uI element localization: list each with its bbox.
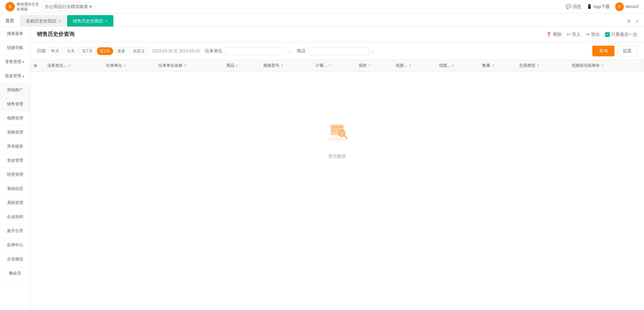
- date-btn-7days[interactable]: 近7天: [79, 47, 96, 55]
- table-header-quantity[interactable]: 数量 ⇅: [479, 60, 516, 71]
- gear-icon: ⚙: [34, 63, 37, 68]
- table-header-biz-date[interactable]: 业务发生... ⇅: [44, 60, 102, 71]
- chevron-up-icon: ▲: [22, 74, 25, 78]
- main-area: 搜索菜单 快捷导航 零售管理 ▼ 批发管理 ▲ 营销推广 销售管理 电商管理 采…: [0, 27, 644, 310]
- product-input[interactable]: [308, 47, 369, 55]
- partner-filter-label: 往来单位: [205, 48, 222, 54]
- sidebar-item-operation-mgmt[interactable]: 经营管理: [0, 168, 30, 182]
- product-dots-button[interactable]: ...: [371, 49, 375, 53]
- date-btn-today[interactable]: 今天: [64, 47, 78, 55]
- tab-close-purchase[interactable]: ×: [58, 19, 61, 23]
- top-bar: 6 畅捷通好生意 标准版 办公用品行业模拟账套 ▾ 💬 消息 📱 App下载 D…: [0, 0, 644, 13]
- tab-close-sales[interactable]: ×: [105, 19, 108, 23]
- top-bar-left: 6 畅捷通好生意 标准版 办公用品行业模拟账套 ▾: [5, 2, 95, 11]
- date-range-display: 2023-02-18 至 2023-03-18: [152, 48, 199, 54]
- sort-icon-quantity: ⇅: [492, 64, 494, 67]
- table-header-discount1[interactable]: 优惠... ⇅: [392, 60, 435, 71]
- sidebar-item-purchase-mgmt[interactable]: 采购管理: [0, 125, 30, 140]
- sort-icon-discount2: ⇅: [452, 64, 454, 67]
- only-last-checkbox[interactable]: ✓: [605, 32, 610, 37]
- sidebar-item-app-center[interactable]: 应用中心: [0, 238, 30, 252]
- svg-rect-2: [332, 126, 342, 128]
- sidebar-item-retail-mgmt[interactable]: 零售管理 ▼: [0, 55, 30, 69]
- date-btn-1month[interactable]: 近1月: [97, 47, 113, 55]
- tab-close-all-button[interactable]: ✕: [626, 17, 632, 25]
- table-header-product[interactable]: 商品 ⇅: [223, 60, 260, 71]
- app-selector[interactable]: 办公用品行业模拟账套 ▾: [42, 2, 95, 11]
- sidebar-item-guide[interactable]: 新手引导: [0, 224, 30, 238]
- sidebar-item-ecommerce[interactable]: 电商管理: [0, 111, 30, 125]
- sidebar-item-wholesale-mgmt[interactable]: 批发管理 ▲: [0, 69, 30, 83]
- sidebar-item-basic-info[interactable]: 基础信息: [0, 182, 30, 196]
- svg-rect-3: [332, 129, 338, 130]
- date-btn-yesterday[interactable]: 昨天: [48, 47, 62, 55]
- chevron-down-icon: ▼: [22, 60, 25, 64]
- page-header: 销售历史价查询 ❓ 帮助 ↩ 导入 ↪ 导出 ✓ 只看最后一次: [30, 27, 644, 42]
- empty-text: 暂元数据: [328, 153, 346, 159]
- tab-purchase-history[interactable]: 采购历史价跟踪 ×: [20, 15, 66, 27]
- setting-button[interactable]: 设置: [617, 46, 637, 56]
- user-menu[interactable]: D demo2: [615, 2, 639, 11]
- tab-home[interactable]: 首页: [0, 15, 19, 27]
- sidebar-item-enterprise-wechat[interactable]: 企业微信: [0, 252, 30, 266]
- sidebar-item-finance-mgmt[interactable]: 资金管理: [0, 154, 30, 168]
- empty-icon: [324, 118, 351, 149]
- sort-icon-partner-code: ⇅: [123, 64, 126, 67]
- logo-area: 6 畅捷通好生意 标准版: [5, 2, 39, 11]
- data-table: ⚙ 业务发生... ⇅ 往来单位 ⇅: [30, 60, 644, 71]
- product-filter-group: 商品 ...: [297, 47, 375, 55]
- tab-maximize-button[interactable]: ⤢: [634, 17, 640, 25]
- help-icon: ❓: [546, 32, 551, 37]
- date-filter-label: 日期: [37, 48, 46, 54]
- date-btn-custom[interactable]: 自定义: [130, 47, 148, 55]
- date-btn-more[interactable]: 更多: [114, 47, 128, 55]
- sidebar-item-membership[interactable]: 畅会员: [0, 266, 30, 280]
- query-button[interactable]: 查询: [592, 46, 614, 56]
- table-header-pretax-price[interactable]: 优惠前无税单价 ⇅: [568, 60, 644, 71]
- empty-state: 暂元数据: [30, 71, 644, 206]
- top-bar-right: 💬 消息 📱 App下载 D demo2: [566, 2, 639, 11]
- help-button[interactable]: ❓ 帮助: [546, 32, 561, 38]
- sort-icon-biz-date: ⇅: [68, 64, 71, 67]
- only-last-checkbox-label[interactable]: ✓ 只看最后一次: [605, 32, 637, 38]
- table-header-unit[interactable]: 计量... ⇅: [312, 60, 355, 71]
- table-area: ⚙ 业务发生... ⇅ 往来单位 ⇅: [30, 60, 644, 310]
- import-button[interactable]: ↩ 导入: [567, 32, 581, 38]
- export-icon: ↪: [586, 32, 590, 37]
- export-button[interactable]: ↪ 导出: [586, 32, 600, 38]
- table-header-quote[interactable]: 报价 ⇅: [355, 60, 392, 71]
- sidebar-item-system-mgmt[interactable]: 系统管理: [0, 196, 30, 210]
- app-download-button[interactable]: 📱 App下载: [587, 4, 610, 10]
- date-buttons: 昨天 今天 近7天 近1月 更多 自定义: [48, 47, 148, 55]
- content-area: 销售历史价查询 ❓ 帮助 ↩ 导入 ↪ 导出 ✓ 只看最后一次: [30, 27, 644, 310]
- sidebar-item-enterprise[interactable]: 企业协同: [0, 210, 30, 224]
- table-header-partner-name[interactable]: 往来单位名称 ⇅: [155, 60, 223, 71]
- sidebar: 搜索菜单 快捷导航 零售管理 ▼ 批发管理 ▲ 营销推广 销售管理 电商管理 采…: [0, 27, 30, 310]
- sidebar-item-sales-mgmt[interactable]: 销售管理: [0, 97, 30, 111]
- chevron-down-icon: ▾: [90, 4, 92, 9]
- page-title: 销售历史价查询: [37, 31, 74, 38]
- sidebar-item-marketing[interactable]: 营销推广: [0, 83, 30, 97]
- table-header-trade-type[interactable]: 交易类型 ⇅: [516, 60, 568, 71]
- tab-sales-history[interactable]: 销售历史价跟踪 ×: [67, 15, 113, 27]
- sort-icon-spec: ⇅: [281, 64, 283, 67]
- sidebar-item-inventory[interactable]: 库存核算: [0, 140, 30, 154]
- message-button[interactable]: 💬 消息: [566, 4, 581, 10]
- table-header-spec[interactable]: 规格型号 ⇅: [260, 60, 312, 71]
- table-header-row: ⚙ 业务发生... ⇅ 往来单位 ⇅: [30, 60, 644, 71]
- sort-icon-quote: ⇅: [368, 64, 371, 67]
- partner-input[interactable]: [225, 47, 285, 55]
- table-header-gear[interactable]: ⚙: [30, 60, 44, 71]
- svg-point-0: [327, 138, 347, 142]
- partner-filter-group: 往来单位 ...: [205, 47, 291, 55]
- partner-dots-button[interactable]: ...: [288, 49, 291, 53]
- download-icon: 📱: [587, 4, 592, 9]
- sort-icon-trade-type: ⇅: [537, 64, 539, 67]
- logo-icon: 6: [5, 2, 15, 11]
- table-header-discount2[interactable]: 优惠... ⇅: [436, 60, 479, 71]
- sidebar-item-quick-nav[interactable]: 快捷导航: [0, 41, 30, 55]
- logo-text: 畅捷通好生意 标准版: [17, 2, 39, 11]
- sidebar-item-search-menu[interactable]: 搜索菜单: [0, 27, 30, 41]
- filter-bar: 日期 昨天 今天 近7天 近1月 更多 自定义 2023-02-18 至 202…: [30, 42, 644, 60]
- table-header-partner-code[interactable]: 往来单位 ⇅: [102, 60, 155, 71]
